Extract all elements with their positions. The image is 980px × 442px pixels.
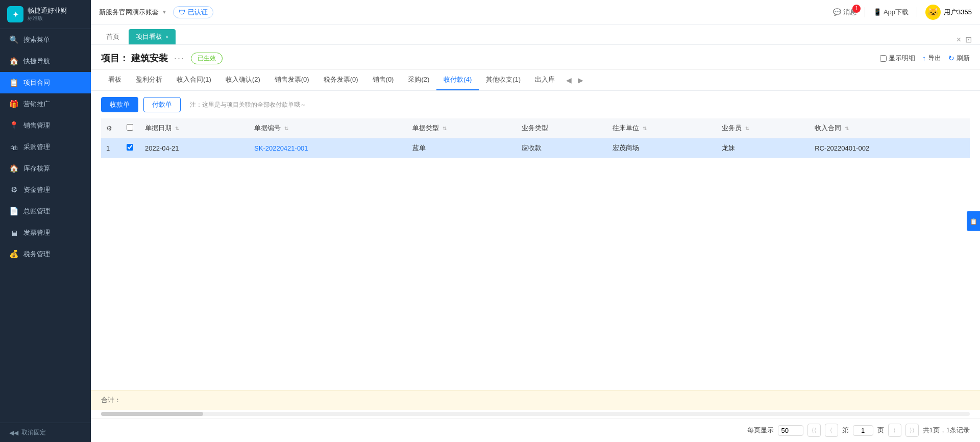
gift-icon: 🎁 (9, 100, 18, 109)
next-page-button[interactable]: ⟩ (888, 424, 901, 437)
sub-tab-income-contract[interactable]: 收入合同(1) (169, 70, 218, 90)
sidebar-item-ledger[interactable]: 📄 总账管理 (0, 201, 91, 222)
cell-number[interactable]: SK-20220421-001 (249, 138, 407, 158)
expand-window-button[interactable]: ⊡ (965, 35, 972, 44)
cell-salesman: 龙妹 (717, 138, 810, 158)
sidebar: ✦ 畅捷通好业财 标准版 🔍 搜索菜单 🏠 快捷导航 📋 项目合同 🎁 营销推广… (0, 0, 91, 442)
tab-project-board[interactable]: 项目看板 × (129, 29, 176, 44)
show-detail-label: 显示明细 (889, 54, 915, 63)
th-settings[interactable]: ⚙ (101, 118, 121, 138)
receipt-note: 注：这里是与项目关联的全部收付款单哦～ (190, 101, 306, 109)
th-number[interactable]: 单据编号 ⇅ (249, 118, 407, 138)
sales-icon: 📍 (9, 121, 18, 130)
home-icon: 🏠 (9, 57, 18, 66)
project-status-badge: 已生效 (191, 53, 223, 64)
receipt-tab-button[interactable]: 收款单 (101, 97, 138, 112)
cell-biz-type: 应收款 (517, 138, 607, 158)
sub-tabs-prev-button[interactable]: ◀ (564, 74, 574, 86)
sidebar-unpin[interactable]: ◀◀ 取消固定 (0, 423, 91, 442)
sort-date-icon: ⇅ (175, 126, 179, 131)
sidebar-item-quick-nav[interactable]: 🏠 快捷导航 (0, 51, 91, 72)
workspace-selector[interactable]: 新服务官网演示账套 ▼ (99, 8, 167, 17)
sub-tab-purchase[interactable]: 采购(2) (401, 70, 436, 90)
tab-close-icon[interactable]: × (165, 34, 168, 40)
messages-button[interactable]: 💬 消息 1 (833, 8, 856, 17)
th-check (121, 118, 140, 138)
tab-project-board-label: 项目看板 (136, 32, 162, 41)
sidebar-item-label: 项目合同 (23, 78, 50, 87)
th-date[interactable]: 单据日期 ⇅ (140, 118, 249, 138)
avatar: 🐱 (925, 5, 941, 20)
th-type[interactable]: 单据类型 ⇅ (407, 118, 517, 138)
cell-partner: 宏茂商场 (607, 138, 717, 158)
show-detail-checkbox[interactable] (880, 55, 887, 62)
ledger-icon: 📄 (9, 207, 18, 216)
app-download-button[interactable]: 📱 App下载 (873, 8, 909, 17)
sub-tab-tax-invoice[interactable]: 税务发票(0) (316, 70, 365, 90)
export-button[interactable]: ↑ 导出 (922, 54, 941, 63)
sub-tab-profit[interactable]: 盈利分析 (129, 70, 169, 90)
refresh-label: 刷新 (957, 54, 970, 63)
sub-tab-sales-invoice[interactable]: 销售发票(0) (267, 70, 316, 90)
table-row[interactable]: 1 2022-04-21 SK-20220421-001 蓝单 应收款 宏茂商场… (101, 138, 970, 158)
page-label: 第 (842, 426, 849, 435)
tab-home[interactable]: 首页 (99, 29, 127, 44)
sidebar-item-search[interactable]: 🔍 搜索菜单 (0, 29, 91, 51)
shield-icon: 🛡 (179, 8, 186, 16)
th-salesman[interactable]: 业务员 ⇅ (717, 118, 810, 138)
horizontal-scrollbar[interactable] (91, 410, 980, 418)
purchase-icon: 🛍 (9, 143, 18, 152)
sidebar-item-marketing[interactable]: 🎁 营销推广 (0, 93, 91, 115)
header-divider (865, 7, 865, 17)
sidebar-item-finance[interactable]: ⚙ 资金管理 (0, 179, 91, 201)
select-all-checkbox[interactable] (127, 124, 133, 131)
table-footer: 合计： (91, 390, 980, 410)
sub-tab-kanban[interactable]: 看板 (101, 70, 129, 90)
right-float-tab[interactable]: 📋 (967, 211, 980, 231)
payment-tab-button[interactable]: 付款单 (143, 97, 181, 112)
sidebar-item-label: 总账管理 (23, 207, 50, 216)
sidebar-item-inventory[interactable]: 🏠 库存核算 (0, 158, 91, 179)
sub-tab-sales[interactable]: 销售(0) (365, 70, 401, 90)
app-logo-icon: ✦ (7, 6, 23, 22)
inventory-icon: 🏠 (9, 164, 18, 173)
th-income-contract[interactable]: 收入合同 ⇅ (810, 118, 970, 138)
cell-check[interactable] (121, 138, 140, 158)
sidebar-item-project-contract[interactable]: 📋 项目合同 (0, 72, 91, 93)
sort-contract-icon: ⇅ (845, 126, 849, 131)
tab-home-label: 首页 (106, 32, 119, 41)
sidebar-item-tax[interactable]: 💰 税务管理 (0, 243, 91, 265)
sub-tab-other-expense[interactable]: 其他收支(1) (479, 70, 528, 90)
th-biz-type: 业务类型 (517, 118, 607, 138)
prev-page-button[interactable]: ⟨ (825, 424, 838, 437)
sidebar-item-label: 销售管理 (23, 121, 50, 130)
pagination: 每页显示 20 50 100 ⟨⟨ ⟨ 第 页 ⟩ ⟩⟩ 共1页，1条记录 (91, 418, 980, 442)
unpin-label: 取消固定 (21, 428, 46, 437)
sidebar-item-sales[interactable]: 📍 销售管理 (0, 115, 91, 136)
sidebar-item-label: 税务管理 (23, 250, 50, 259)
sidebar-item-purchase[interactable]: 🛍 采购管理 (0, 136, 91, 158)
certified-label: 已认证 (188, 8, 208, 17)
page-size-select[interactable]: 20 50 100 (778, 425, 803, 436)
sidebar-item-invoice[interactable]: 🖥 发票管理 (0, 222, 91, 243)
close-window-button[interactable]: × (957, 35, 961, 44)
sub-tab-inout[interactable]: 出入库 (528, 70, 562, 90)
scrollbar-thumb[interactable] (101, 412, 203, 416)
project-more-button[interactable]: ··· (174, 53, 185, 64)
header-actions: 💬 消息 1 📱 App下载 🐱 用户3355 (833, 5, 972, 20)
sub-tabs-next-button[interactable]: ▶ (576, 74, 585, 86)
th-partner[interactable]: 往来单位 ⇅ (607, 118, 717, 138)
sort-partner-icon: ⇅ (643, 126, 647, 131)
page-number-input[interactable] (853, 425, 873, 436)
project-header: 项目： 建筑安装 ··· 已生效 显示明细 ↑ 导出 ↻ 刷新 (91, 45, 980, 70)
invoice-icon: 🖥 (9, 229, 18, 237)
sub-tab-income-confirm[interactable]: 收入确认(2) (218, 70, 267, 90)
last-page-button[interactable]: ⟩⟩ (905, 424, 919, 437)
sub-tab-receipt[interactable]: 收付款(4) (436, 70, 479, 90)
refresh-button[interactable]: ↻ 刷新 (948, 54, 970, 63)
sidebar-nav: 🔍 搜索菜单 🏠 快捷导航 📋 项目合同 🎁 营销推广 📍 销售管理 🛍 采购管… (0, 29, 91, 423)
show-detail-toggle[interactable]: 显示明细 (880, 54, 915, 63)
sidebar-logo: ✦ 畅捷通好业财 标准版 (0, 0, 91, 29)
user-menu[interactable]: 🐱 用户3355 (925, 5, 972, 20)
first-page-button[interactable]: ⟨⟨ (807, 424, 821, 437)
